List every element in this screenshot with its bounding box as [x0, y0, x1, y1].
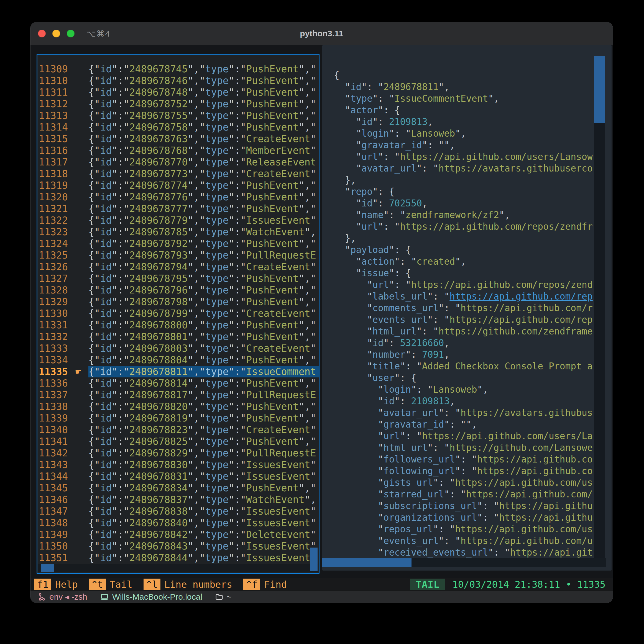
- labels-url-link[interactable]: https://api.github.com/rep: [449, 291, 593, 302]
- log-line[interactable]: 11323{"id":"2489678785","type":"WatchEve…: [37, 226, 319, 238]
- footer-key-ctrl-t[interactable]: ^t: [89, 579, 106, 590]
- log-line[interactable]: 11312{"id":"2489678752","type":"PushEven…: [37, 98, 319, 110]
- line-number: 11349: [37, 529, 68, 540]
- log-line[interactable]: 11311{"id":"2489678748","type":"PushEven…: [37, 86, 319, 98]
- detail-horizontal-scrollbar-thumb[interactable]: [322, 558, 412, 567]
- detail-vertical-scrollbar[interactable]: [594, 56, 605, 558]
- log-line[interactable]: 11338{"id":"2489678820","type":"PushEven…: [37, 401, 319, 412]
- status-text: Wills-MacBook-Pro.local: [112, 592, 202, 602]
- log-line[interactable]: 11310{"id":"2489678746","type":"PushEven…: [37, 75, 319, 86]
- log-line[interactable]: 11339{"id":"2489678819","type":"PushEven…: [37, 412, 319, 424]
- log-line[interactable]: 11336{"id":"2489678814","type":"PushEven…: [37, 377, 319, 389]
- titlebar[interactable]: ⌥⌘4 python3.11: [30, 22, 613, 45]
- json-line: "issue": {: [334, 267, 612, 279]
- log-panel[interactable]: 11309{"id":"2489678745","type":"PushEven…: [37, 54, 320, 574]
- footer-key-f1[interactable]: f1: [34, 579, 51, 590]
- log-line[interactable]: 11346{"id":"2489678837","type":"WatchEve…: [37, 494, 319, 505]
- log-line[interactable]: 11328{"id":"2489678796","type":"PushEven…: [37, 284, 319, 296]
- close-button[interactable]: [38, 30, 46, 37]
- line-number: 11320: [37, 191, 68, 203]
- footer-key-ctrl-f[interactable]: ^f: [243, 579, 260, 590]
- log-line[interactable]: 11345{"id":"2489678834","type":"PushEven…: [37, 482, 319, 494]
- log-line[interactable]: 11348{"id":"2489678840","type":"IssuesEv…: [37, 517, 319, 529]
- footer-key-hints: f1Help^tTail^lLine numbers^fFind: [34, 579, 298, 590]
- log-line[interactable]: 11325{"id":"2489678793","type":"PullRequ…: [37, 249, 319, 261]
- log-vertical-scrollbar-thumb[interactable]: [310, 548, 318, 571]
- line-number: 11309: [37, 63, 68, 75]
- monitor-icon: [100, 593, 109, 601]
- log-line[interactable]: 11315{"id":"2489678763","type":"CreateEv…: [37, 133, 319, 145]
- footer-key-label[interactable]: Find: [264, 579, 287, 590]
- json-line: "events_url": "https://api.github.com/re…: [334, 314, 612, 326]
- line-number: 11318: [37, 168, 68, 180]
- log-line[interactable]: 11344{"id":"2489678831","type":"IssuesEv…: [37, 471, 319, 482]
- status-item: Wills-MacBook-Pro.local: [100, 592, 202, 602]
- json-line: "name": "zendframework/zf2",: [334, 209, 612, 221]
- log-line[interactable]: 11309{"id":"2489678745","type":"PushEven…: [37, 63, 319, 75]
- log-line[interactable]: 11316{"id":"2489678768","type":"MemberEv…: [37, 145, 319, 156]
- line-number: 11350: [37, 540, 68, 552]
- log-line-text: {"id":"2489678745","type":"PushEvent",": [88, 63, 319, 75]
- log-line[interactable]: 11343{"id":"2489678830","type":"IssuesEv…: [37, 459, 319, 471]
- log-line-text: {"id":"2489678758","type":"PushEvent",": [88, 121, 319, 133]
- log-line[interactable]: 11347{"id":"2489678838","type":"IssuesEv…: [37, 505, 319, 517]
- log-line[interactable]: 11331{"id":"2489678800","type":"PushEven…: [37, 319, 319, 331]
- log-line[interactable]: 11313{"id":"2489678755","type":"PushEven…: [37, 110, 319, 121]
- json-line: "url": "https://api.github.com/users/La: [334, 430, 612, 442]
- zoom-button[interactable]: [67, 30, 75, 37]
- log-line[interactable]: 11340{"id":"2489678823","type":"CreateEv…: [37, 424, 319, 436]
- log-line[interactable]: 11332{"id":"2489678801","type":"PushEven…: [37, 331, 319, 343]
- log-line[interactable]: 11321{"id":"2489678777","type":"PushEven…: [37, 203, 319, 214]
- log-line[interactable]: 11326{"id":"2489678794","type":"CreateEv…: [37, 261, 319, 273]
- detail-panel: { "id": "2489678811", "type": "IssueComm…: [322, 45, 612, 571]
- log-horizontal-scrollbar-thumb[interactable]: [41, 564, 54, 572]
- selection-pointer-icon: ☛: [68, 366, 88, 377]
- line-number: 11311: [37, 86, 68, 98]
- footer-key-label[interactable]: Help: [55, 579, 78, 590]
- log-line[interactable]: 11342{"id":"2489678829","type":"PullRequ…: [37, 447, 319, 459]
- log-line[interactable]: 11314{"id":"2489678758","type":"PushEven…: [37, 121, 319, 133]
- log-line[interactable]: 11327{"id":"2489678795","type":"PushEven…: [37, 273, 319, 284]
- footer-key-ctrl-l[interactable]: ^l: [144, 579, 160, 590]
- log-line[interactable]: 11317{"id":"2489678770","type":"ReleaseE…: [37, 156, 319, 168]
- log-line-text: {"id":"2489678774","type":"PushEvent",": [88, 180, 319, 191]
- log-line[interactable]: 11322{"id":"2489678779","type":"IssuesEv…: [37, 214, 319, 226]
- detail-vertical-scrollbar-thumb[interactable]: [594, 56, 605, 123]
- log-line[interactable]: 11324{"id":"2489678792","type":"PushEven…: [37, 238, 319, 249]
- window-shortcut: ⌥⌘4: [86, 29, 110, 39]
- log-line-text: {"id":"2489678773","type":"CreateEvent": [88, 168, 319, 180]
- log-line[interactable]: 11341{"id":"2489678825","type":"PushEven…: [37, 436, 319, 447]
- log-line[interactable]: 11337{"id":"2489678817","type":"PullRequ…: [37, 389, 319, 401]
- log-line-text: {"id":"2489678746","type":"PushEvent",": [88, 75, 319, 86]
- log-line[interactable]: 11329{"id":"2489678798","type":"PushEven…: [37, 296, 319, 308]
- log-line[interactable]: 11320{"id":"2489678776","type":"PushEven…: [37, 191, 319, 203]
- json-line: },: [334, 232, 612, 244]
- log-line[interactable]: 11319{"id":"2489678774","type":"PushEven…: [37, 180, 319, 191]
- log-line[interactable]: 11334{"id":"2489678804","type":"PushEven…: [37, 354, 319, 366]
- log-line[interactable]: 11330{"id":"2489678799","type":"CreateEv…: [37, 308, 319, 319]
- log-line-text: {"id":"2489678763","type":"CreateEvent": [88, 133, 319, 145]
- minimize-button[interactable]: [52, 30, 60, 37]
- footer-key-label[interactable]: Tail: [110, 579, 132, 590]
- line-number: 11341: [37, 436, 68, 447]
- json-line: "subscriptions_url": "https://api.githu: [334, 500, 612, 512]
- branch-icon: [38, 593, 46, 601]
- log-line[interactable]: 11349{"id":"2489678842","type":"DeleteEv…: [37, 529, 319, 540]
- tail-mode-badge[interactable]: TAIL: [410, 579, 445, 590]
- json-line: "events_url": "https://api.github.com/u: [334, 535, 612, 547]
- log-horizontal-scrollbar[interactable]: [38, 564, 318, 572]
- log-line[interactable]: 11350{"id":"2489678843","type":"IssuesEv…: [37, 540, 319, 552]
- footer-key-label[interactable]: Line numbers: [164, 579, 232, 590]
- log-line[interactable]: 11318{"id":"2489678773","type":"CreateEv…: [37, 168, 319, 180]
- line-number: 11310: [37, 75, 68, 86]
- line-number: 11343: [37, 459, 68, 471]
- log-line-text: {"id":"2489678796","type":"PushEvent",": [88, 284, 319, 296]
- log-line[interactable]: 11351{"id":"2489678844","type":"IssuesEv…: [37, 552, 319, 564]
- log-line-selected[interactable]: 11335☛{"id":"2489678811","type":"IssueCo…: [37, 366, 319, 377]
- json-line: "title": "Added Checkbox Console Prompt …: [334, 361, 612, 372]
- log-line-text: {"id":"2489678794","type":"CreateEvent": [88, 261, 319, 273]
- json-line: "gists_url": "https://api.github.com/us: [334, 477, 612, 489]
- log-line[interactable]: 11333{"id":"2489678803","type":"CreateEv…: [37, 343, 319, 354]
- detail-horizontal-scrollbar[interactable]: [322, 558, 606, 567]
- json-line: "repos_url": "https://api.github.com/us: [334, 523, 612, 535]
